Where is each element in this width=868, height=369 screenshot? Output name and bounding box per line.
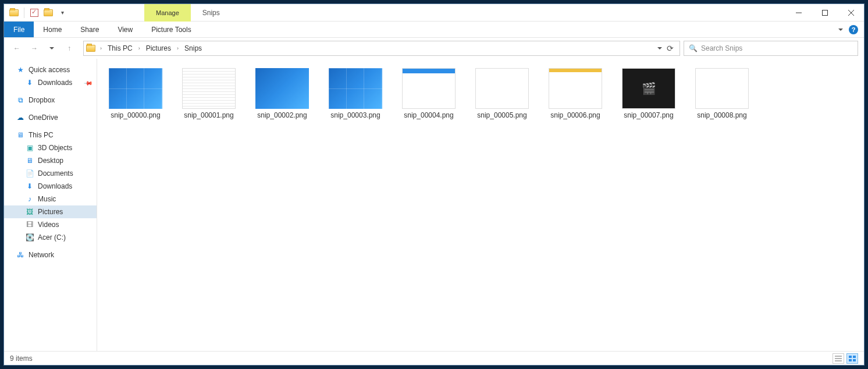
sidebar-music[interactable]: ♪ Music <box>4 193 97 205</box>
file-name-label: snip_00008.png <box>697 111 746 119</box>
sidebar-quick-access[interactable]: ★ Quick access <box>4 63 97 76</box>
refresh-icon[interactable]: ⟳ <box>667 44 674 53</box>
minimize-button[interactable] <box>785 4 812 22</box>
file-tab[interactable]: File <box>4 22 34 37</box>
computer-icon: 🖥 <box>16 130 25 140</box>
file-name-label: snip_00006.png <box>550 111 600 119</box>
file-name-label: snip_00003.png <box>330 111 380 119</box>
dropbox-icon: ⧉ <box>16 95 25 105</box>
separator <box>24 8 24 18</box>
up-button[interactable]: ↑ <box>62 41 76 55</box>
thumbnail <box>622 68 675 109</box>
forward-button[interactable]: → <box>27 41 41 55</box>
sidebar-item-label: Music <box>38 195 56 203</box>
tab-view[interactable]: View <box>108 22 142 37</box>
sidebar-item-label: Videos <box>38 221 59 229</box>
pictures-icon: 🖼 <box>25 207 34 217</box>
breadcrumb-snips[interactable]: Snips <box>183 44 203 52</box>
close-button[interactable] <box>838 4 864 22</box>
file-item[interactable]: snip_00008.png <box>691 68 753 119</box>
file-name-label: snip_00002.png <box>257 111 307 119</box>
sidebar-documents[interactable]: 📄 Documents <box>4 167 97 180</box>
file-item[interactable]: snip_00000.png <box>104 68 167 119</box>
tab-home[interactable]: Home <box>34 22 71 37</box>
music-icon: ♪ <box>25 194 34 204</box>
sidebar-item-label: Documents <box>38 169 73 178</box>
tab-share[interactable]: Share <box>71 22 108 37</box>
svg-rect-8 <box>853 356 856 358</box>
details-view-button[interactable] <box>833 353 844 364</box>
file-item[interactable]: snip_00006.png <box>544 68 607 119</box>
thumbnail <box>549 68 602 109</box>
file-item[interactable]: snip_00002.png <box>251 68 314 119</box>
sidebar-onedrive[interactable]: ☁ OneDrive <box>4 111 97 124</box>
sidebar-downloads-pinned[interactable]: ⬇ Downloads 📌 <box>4 76 97 89</box>
address-bar[interactable]: › This PC › Pictures › Snips ⟳ <box>83 41 680 56</box>
ribbon-tabs: File Home Share View Picture Tools ? <box>4 22 864 38</box>
file-item[interactable]: snip_00007.png <box>617 68 680 119</box>
thumbnail <box>475 68 529 109</box>
file-list[interactable]: snip_00000.pngsnip_00001.pngsnip_00002.p… <box>97 59 864 351</box>
maximize-button[interactable] <box>812 4 838 22</box>
thumbnail <box>695 68 749 109</box>
ribbon-right: ? <box>838 22 864 37</box>
sidebar-3d-objects[interactable]: ▣ 3D Objects <box>4 141 97 154</box>
back-button[interactable]: ← <box>10 41 24 55</box>
chevron-right-icon[interactable]: › <box>136 45 143 51</box>
help-icon[interactable]: ? <box>849 25 858 34</box>
sidebar-item-label: Desktop <box>38 157 63 165</box>
folder-icon <box>86 44 95 53</box>
sidebar-pictures[interactable]: 🖼 Pictures <box>4 205 97 218</box>
customize-qat-icon[interactable]: ▾ <box>56 6 69 19</box>
star-icon: ★ <box>16 65 25 74</box>
sidebar-item-label: Pictures <box>38 208 63 216</box>
chevron-right-icon[interactable]: › <box>98 45 104 51</box>
sidebar-downloads[interactable]: ⬇ Downloads <box>4 180 97 193</box>
sidebar-network[interactable]: 🖧 Network <box>4 249 97 261</box>
file-item[interactable]: snip_00003.png <box>324 68 387 119</box>
sidebar-item-label: This PC <box>29 131 54 139</box>
file-item[interactable]: snip_00001.png <box>177 68 240 119</box>
pin-icon: 📌 <box>84 78 93 87</box>
file-name-label: snip_00004.png <box>404 111 453 119</box>
folder-icon[interactable] <box>8 6 20 19</box>
status-bar: 9 items <box>4 351 864 365</box>
file-item[interactable]: snip_00004.png <box>397 68 460 119</box>
contextual-tab-header: Manage <box>144 4 191 22</box>
network-icon: 🖧 <box>16 250 25 260</box>
navigation-bar: ← → ↑ › This PC › Pictures › Snips ⟳ 🔍 S… <box>4 38 864 59</box>
breadcrumb-this-pc[interactable]: This PC <box>106 44 134 52</box>
svg-rect-1 <box>822 10 827 15</box>
search-input[interactable]: 🔍 Search Snips <box>684 41 858 56</box>
download-icon: ⬇ <box>25 182 34 191</box>
thumbnail <box>402 68 456 109</box>
sidebar-item-label: OneDrive <box>29 113 58 122</box>
file-name-label: snip_00007.png <box>624 111 673 119</box>
quick-access-toolbar: ▾ <box>4 6 69 19</box>
file-name-label: snip_00000.png <box>111 111 160 119</box>
thumbnails-view-button[interactable] <box>846 353 858 364</box>
expand-ribbon-icon[interactable] <box>838 29 843 31</box>
sidebar-videos[interactable]: 🎞 Videos <box>4 218 97 231</box>
sidebar-local-disk[interactable]: 💽 Acer (C:) <box>4 231 97 244</box>
recent-locations-icon[interactable] <box>45 41 59 55</box>
breadcrumb-pictures[interactable]: Pictures <box>145 44 172 52</box>
search-icon: 🔍 <box>689 44 698 52</box>
new-folder-icon[interactable] <box>42 6 55 19</box>
document-icon: 📄 <box>25 169 34 178</box>
thumbnail <box>109 68 162 109</box>
svg-rect-9 <box>849 359 852 361</box>
file-item[interactable]: snip_00005.png <box>471 68 533 119</box>
tab-picture-tools[interactable]: Picture Tools <box>142 22 200 37</box>
sidebar-item-label: Downloads <box>38 182 72 190</box>
cube-icon: ▣ <box>25 143 34 152</box>
sidebar-dropbox[interactable]: ⧉ Dropbox <box>4 94 97 107</box>
item-count: 9 items <box>10 354 33 363</box>
window-controls <box>785 4 864 22</box>
sidebar-desktop[interactable]: 🖥 Desktop <box>4 154 97 167</box>
sidebar-this-pc[interactable]: 🖥 This PC <box>4 129 97 141</box>
address-dropdown-icon[interactable] <box>657 47 662 49</box>
properties-icon[interactable] <box>28 6 41 19</box>
chevron-right-icon[interactable]: › <box>175 45 181 51</box>
navigation-pane: ★ Quick access ⬇ Downloads 📌 ⧉ Dropbox ☁… <box>4 59 97 351</box>
